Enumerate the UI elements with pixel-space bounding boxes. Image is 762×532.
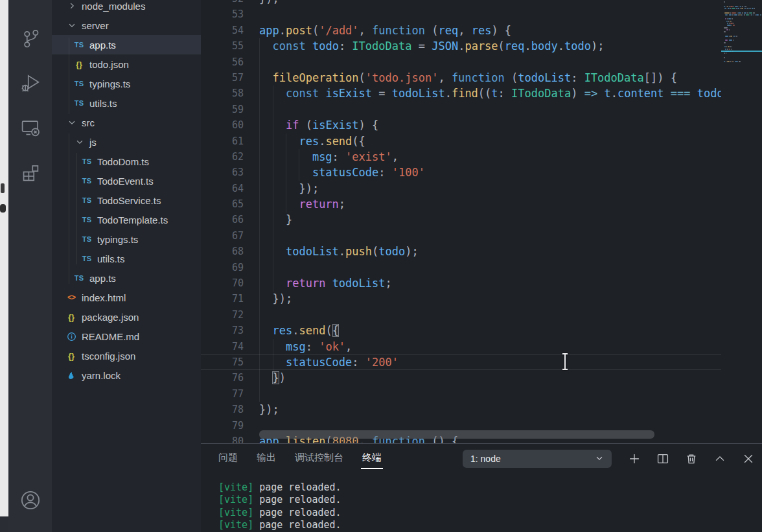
tree-item-typings-ts[interactable]: TStypings.ts xyxy=(52,229,201,249)
tree-item-src[interactable]: src xyxy=(52,113,201,132)
panel-tabs: 问题输出调试控制台终端 xyxy=(201,448,382,470)
account-icon[interactable] xyxy=(18,488,43,513)
minimap-line xyxy=(724,40,734,41)
indent-guide xyxy=(273,86,273,292)
code-line-71[interactable]: 71 }); xyxy=(201,291,721,306)
code-line-62[interactable]: 62 msg: 'exist', xyxy=(201,149,721,165)
line-number: 57 xyxy=(201,70,244,86)
tree-item-js[interactable]: js xyxy=(52,132,201,152)
tree-item-index-html[interactable]: <>index.html xyxy=(52,288,201,307)
code-line-70[interactable]: 70 return todoList; xyxy=(201,275,721,291)
background-strip-bottom xyxy=(0,516,8,532)
tree-indent-guide xyxy=(69,133,69,284)
code-line-58[interactable]: 58 const isExist = todoList.find((t: ITo… xyxy=(201,86,721,101)
tree-item-utils-ts[interactable]: TSutils.ts xyxy=(52,93,201,113)
maximize-panel-icon[interactable] xyxy=(714,453,726,465)
minimap-line xyxy=(724,49,732,50)
code-editor[interactable]: 52});5354app.post('/add', function (req,… xyxy=(201,0,762,443)
code-line-73[interactable]: 73 res.send({ xyxy=(201,323,721,338)
line-number: 69 xyxy=(201,260,244,275)
code-line-77[interactable]: 77 xyxy=(201,386,721,402)
code-line-56[interactable]: 56 xyxy=(201,54,721,70)
minimap-line xyxy=(724,18,733,19)
minimap-line xyxy=(724,6,747,7)
line-number: 64 xyxy=(201,181,244,196)
code-line-63[interactable]: 63 statusCode: '100' xyxy=(201,165,721,180)
tree-item-tsconfig-json[interactable]: {}tsconfig.json xyxy=(52,346,201,365)
code-line-64[interactable]: 64 }); xyxy=(201,181,721,196)
tree-item-label: js xyxy=(89,137,97,148)
tree-item-utils-ts[interactable]: TSutils.ts xyxy=(52,249,201,268)
ts-file-icon: TS xyxy=(81,235,93,243)
code-line-69[interactable]: 69 xyxy=(201,260,721,275)
chevron-down-icon xyxy=(67,118,77,127)
tree-item-todotemplate-ts[interactable]: TSTodoTemplate.ts xyxy=(52,210,201,229)
tree-item-app-ts[interactable]: TSapp.ts xyxy=(52,35,201,54)
minimap-line xyxy=(724,23,735,24)
code-line-61[interactable]: 61 res.send({ xyxy=(201,133,721,149)
code-line-78[interactable]: 78}); xyxy=(201,402,721,417)
ts-file-icon: TS xyxy=(81,157,93,165)
line-text: msg: 'ok', xyxy=(259,339,721,354)
code-line-76[interactable]: 76 }) xyxy=(201,370,721,386)
tree-item-todoevent-ts[interactable]: TSTodoEvent.ts xyxy=(52,171,201,191)
code-line-72[interactable]: 72 xyxy=(201,307,721,323)
run-debug-icon[interactable] xyxy=(18,71,43,95)
code-line-53[interactable]: 53 xyxy=(201,6,721,22)
tree-item-todo-json[interactable]: {}todo.json xyxy=(52,54,201,74)
line-number: 58 xyxy=(201,86,244,101)
tree-item-node-modules[interactable]: node_modules xyxy=(52,0,201,16)
panel-tab-调试控制台[interactable]: 调试控制台 xyxy=(295,448,343,470)
new-terminal-icon[interactable] xyxy=(629,453,640,465)
panel-tab-输出[interactable]: 输出 xyxy=(257,448,276,470)
line-text: app.post('/add', function (req, res) { xyxy=(259,23,721,38)
source-control-icon[interactable] xyxy=(18,26,43,51)
split-terminal-icon[interactable] xyxy=(657,453,669,465)
line-text: }); xyxy=(259,402,721,417)
extensions-icon[interactable] xyxy=(18,161,43,186)
tree-item-server[interactable]: server xyxy=(52,16,201,35)
close-panel-icon[interactable] xyxy=(743,453,754,465)
panel-tab-终端[interactable]: 终端 xyxy=(362,448,382,470)
tree-item-tododom-ts[interactable]: TSTodoDom.ts xyxy=(52,152,201,171)
kill-terminal-icon[interactable] xyxy=(686,453,697,465)
terminal-output[interactable]: [vite] page reloaded.[vite] page reloade… xyxy=(218,481,341,532)
line-number: 78 xyxy=(201,402,244,417)
code-line-60[interactable]: 60 if (isExist) { xyxy=(201,117,721,133)
horizontal-scrollbar[interactable] xyxy=(259,430,654,439)
code-line-68[interactable]: 68 todoList.push(todo); xyxy=(201,244,721,259)
code-line-75[interactable]: 75 statusCode: '200' xyxy=(201,354,721,370)
terminal-dropdown[interactable]: 1: node xyxy=(463,450,612,468)
vscode-window: node_modulesserverTSapp.ts{}todo.jsonTSt… xyxy=(0,0,762,532)
line-text: res.send({ xyxy=(259,323,721,338)
code-line-52[interactable]: 52}); xyxy=(201,0,721,6)
line-text: }); xyxy=(259,0,721,6)
code-line-55[interactable]: 55 const todo: ITodoData = JSON.parse(re… xyxy=(201,38,721,54)
code-line-67[interactable]: 67 xyxy=(201,228,721,244)
code-line-57[interactable]: 57 fileOperation('todo.json', function (… xyxy=(201,70,721,86)
terminal-line: [vite] page reloaded. xyxy=(218,519,341,531)
tree-item-app-ts[interactable]: TSapp.ts xyxy=(52,268,201,288)
chevron-down-icon xyxy=(75,137,85,146)
ts-file-icon: TS xyxy=(81,216,93,224)
code-line-54[interactable]: 54app.post('/add', function (req, res) { xyxy=(201,23,721,38)
remote-explorer-icon[interactable] xyxy=(18,115,43,140)
code-line-66[interactable]: 66 } xyxy=(201,212,721,227)
panel-tab-问题[interactable]: 问题 xyxy=(218,448,238,470)
chevron-down-icon xyxy=(67,21,77,30)
tree-item-typings-ts[interactable]: TStypings.ts xyxy=(52,74,201,93)
line-number: 73 xyxy=(201,323,244,338)
tree-item-todoservice-ts[interactable]: TSTodoService.ts xyxy=(52,191,201,210)
code-line-65[interactable]: 65 return; xyxy=(201,196,721,212)
tree-item-label: typings.ts xyxy=(89,78,130,89)
tree-item-readme-md[interactable]: README.md xyxy=(52,327,201,346)
tree-item-label: node_modules xyxy=(82,1,145,12)
tree-item-package-json[interactable]: {}package.json xyxy=(52,307,201,327)
code-line-59[interactable]: 59 xyxy=(201,102,721,117)
minimap-line xyxy=(724,46,733,47)
minimap[interactable] xyxy=(721,0,762,443)
tree-item-yarn-lock[interactable]: yarn.lock xyxy=(52,365,201,385)
code-line-74[interactable]: 74 msg: 'ok', xyxy=(201,339,721,354)
tree-item-label: utils.ts xyxy=(97,253,125,264)
ts-file-icon: TS xyxy=(73,274,85,282)
